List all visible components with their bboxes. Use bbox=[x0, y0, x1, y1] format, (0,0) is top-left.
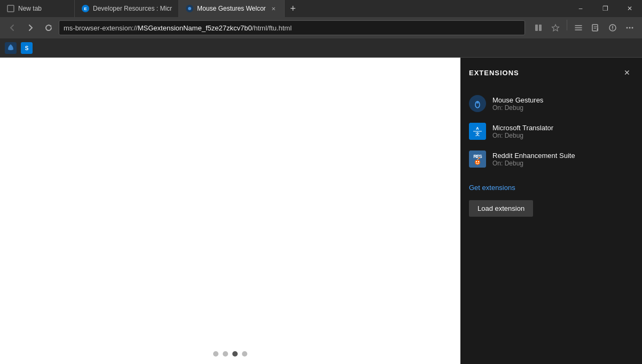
new-tab-button[interactable]: + bbox=[285, 0, 302, 17]
tab-new-tab[interactable]: New tab bbox=[0, 0, 75, 17]
page-content bbox=[0, 58, 460, 364]
feedback-icon[interactable] bbox=[605, 20, 621, 36]
svg-point-31 bbox=[479, 157, 480, 159]
mouse-gestures-name: Mouse Gestures bbox=[492, 96, 543, 104]
pagination-dot-3[interactable] bbox=[232, 351, 238, 357]
toolbar-icons bbox=[530, 20, 638, 36]
extension-item-ms-translator[interactable]: A 文 Microsoft Translator On: Debug bbox=[469, 117, 633, 145]
svg-text:文: 文 bbox=[475, 131, 480, 137]
minimize-button[interactable]: – bbox=[568, 0, 593, 17]
res-status: On: Debug bbox=[492, 160, 575, 167]
tab-dev-label: Developer Resources : Micr bbox=[93, 5, 172, 12]
load-extension-button[interactable]: Load extension bbox=[469, 200, 533, 217]
svg-point-28 bbox=[476, 161, 477, 162]
svg-point-11 bbox=[627, 27, 628, 29]
svg-point-4 bbox=[188, 7, 191, 10]
restore-button[interactable]: ❐ bbox=[593, 0, 617, 17]
panel-close-button[interactable]: ✕ bbox=[621, 66, 633, 79]
res-info: Reddit Enhancement Suite On: Debug bbox=[492, 152, 575, 167]
svg-point-29 bbox=[478, 161, 479, 162]
ms-translator-icon: A 文 bbox=[469, 123, 486, 140]
url-bar[interactable]: ms-browser-extension://MSGextensionName_… bbox=[59, 20, 525, 35]
refresh-button[interactable] bbox=[41, 20, 57, 36]
svg-rect-7 bbox=[539, 25, 542, 31]
tab-mouse-label: Mouse Gestures Welcor bbox=[197, 5, 266, 12]
ms-translator-info: Microsoft Translator On: Debug bbox=[492, 124, 553, 139]
mouse-gestures-status: On: Debug bbox=[492, 104, 543, 112]
toolbar-divider bbox=[567, 20, 567, 30]
svg-rect-0 bbox=[7, 5, 14, 12]
svg-rect-25 bbox=[469, 151, 486, 168]
extension-item-mouse-gestures[interactable]: Mouse Gestures On: Debug bbox=[469, 90, 633, 117]
ext-bar-icon-1[interactable] bbox=[4, 42, 17, 54]
url-text: ms-browser-extension://MSGextensionName_… bbox=[64, 24, 292, 32]
window-controls: – ❐ ✕ bbox=[568, 0, 642, 17]
svg-point-12 bbox=[629, 27, 631, 29]
pagination-dots bbox=[0, 351, 460, 357]
content-wrapper: EXTENSIONS ✕ Mouse Gestures On: Debug bbox=[0, 58, 642, 364]
url-path: MSGextensionName_f5ze27zkcv7b0 bbox=[138, 24, 252, 32]
tab-mouse-gestures[interactable]: Mouse Gestures Welcor ✕ bbox=[179, 0, 285, 17]
panel-header: EXTENSIONS ✕ bbox=[469, 66, 633, 79]
extension-item-res[interactable]: RES Reddit Enhancement Suite On: Debug bbox=[469, 145, 633, 173]
mouse-gestures-info: Mouse Gestures On: Debug bbox=[492, 96, 543, 112]
mouse-gestures-tab-icon bbox=[185, 4, 194, 13]
tab-new-tab-label: New tab bbox=[18, 5, 68, 12]
panel-title: EXTENSIONS bbox=[469, 69, 519, 77]
mouse-gestures-icon bbox=[469, 95, 486, 112]
back-button[interactable] bbox=[4, 20, 20, 36]
svg-point-13 bbox=[632, 27, 633, 29]
svg-point-17 bbox=[472, 98, 483, 109]
more-icon[interactable] bbox=[622, 20, 638, 36]
dev-resources-icon: E bbox=[81, 4, 90, 13]
ext-bar-icon-2[interactable]: S bbox=[20, 42, 33, 54]
pagination-dot-4[interactable] bbox=[242, 351, 247, 357]
get-extensions-link[interactable]: Get extensions bbox=[469, 184, 633, 192]
notes-icon[interactable] bbox=[588, 20, 604, 36]
res-icon: RES bbox=[469, 151, 486, 168]
svg-text:S: S bbox=[25, 45, 29, 51]
pagination-dot-1[interactable] bbox=[213, 351, 218, 357]
new-tab-icon bbox=[6, 4, 15, 13]
hub-icon[interactable] bbox=[570, 20, 586, 36]
extensions-panel: EXTENSIONS ✕ Mouse Gestures On: Debug bbox=[460, 58, 642, 364]
reading-view-icon[interactable] bbox=[530, 20, 546, 36]
ms-translator-name: Microsoft Translator bbox=[492, 124, 553, 132]
ms-translator-status: On: Debug bbox=[492, 132, 553, 139]
tab-developer-resources[interactable]: E Developer Resources : Micr bbox=[75, 0, 179, 17]
titlebar: New tab E Developer Resources : Micr Mou… bbox=[0, 0, 642, 17]
address-bar: ms-browser-extension://MSGextensionName_… bbox=[0, 17, 642, 38]
svg-text:E: E bbox=[84, 6, 87, 11]
res-name: Reddit Enhancement Suite bbox=[492, 152, 575, 160]
extension-list: Mouse Gestures On: Debug A 文 Microsoft T… bbox=[469, 90, 633, 173]
extension-bar: S bbox=[0, 38, 642, 58]
tab-close-button[interactable]: ✕ bbox=[269, 4, 278, 13]
pagination-dot-2[interactable] bbox=[223, 351, 228, 357]
forward-button[interactable] bbox=[22, 20, 38, 36]
svg-rect-6 bbox=[535, 25, 538, 31]
svg-marker-5 bbox=[51, 25, 52, 27]
svg-text:RES: RES bbox=[473, 154, 482, 159]
svg-rect-8 bbox=[592, 25, 598, 31]
add-tab-icon: + bbox=[290, 3, 296, 14]
svg-text:A: A bbox=[476, 126, 479, 131]
close-window-button[interactable]: ✕ bbox=[617, 0, 642, 17]
svg-point-10 bbox=[612, 29, 613, 30]
favorites-icon[interactable] bbox=[547, 20, 563, 36]
